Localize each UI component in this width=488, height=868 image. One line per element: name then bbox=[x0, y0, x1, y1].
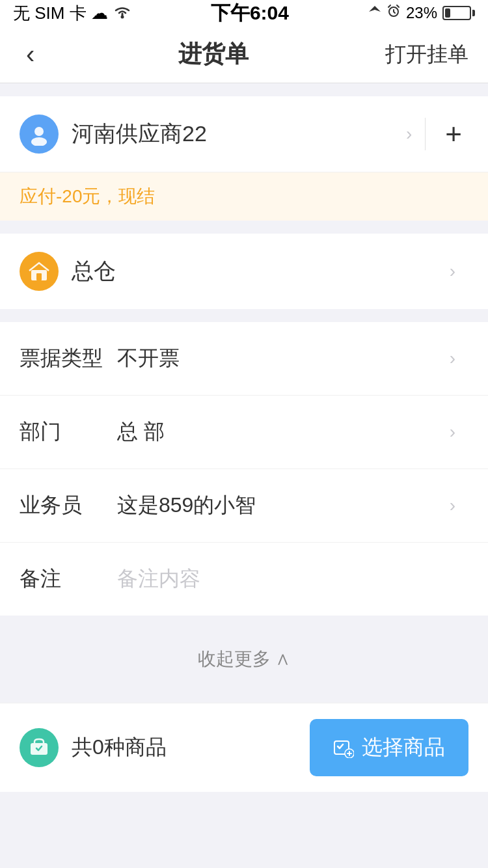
status-time: 下午6:04 bbox=[211, 0, 289, 27]
battery-icon bbox=[442, 6, 475, 20]
signal-text: 无 SIM 卡 ☁ bbox=[13, 2, 108, 25]
svg-point-3 bbox=[31, 137, 47, 146]
department-value: 总 部 bbox=[111, 418, 450, 446]
supplier-row[interactable]: 河南供应商22 › + bbox=[0, 96, 488, 172]
back-button[interactable]: ‹ bbox=[20, 33, 41, 75]
invoice-value: 不开票 bbox=[111, 344, 450, 373]
department-label: 部门 bbox=[20, 418, 111, 446]
notice-text: 应付-20元，现结 bbox=[20, 186, 155, 206]
product-count-text: 共0种商品 bbox=[72, 733, 310, 762]
invoice-chevron-icon: › bbox=[450, 348, 455, 369]
note-input[interactable]: 备注内容 bbox=[111, 565, 468, 593]
battery-percentage: 23% bbox=[406, 4, 437, 22]
remaining-area bbox=[0, 792, 488, 868]
nav-bar: ‹ 进货单 打开挂单 bbox=[0, 26, 488, 83]
supplier-chevron-icon: › bbox=[406, 124, 412, 144]
supplier-avatar bbox=[20, 115, 59, 154]
svg-point-0 bbox=[120, 15, 124, 18]
section-gap-3 bbox=[0, 690, 488, 703]
collapse-label: 收起更多 ∧ bbox=[198, 647, 291, 671]
warehouse-row[interactable]: 总仓 › bbox=[0, 234, 488, 309]
warehouse-chevron-icon: › bbox=[450, 261, 455, 282]
warehouse-icon bbox=[20, 252, 59, 291]
department-row[interactable]: 部门 总 部 › bbox=[0, 396, 488, 469]
supplier-section: 河南供应商22 › + 应付-20元，现结 bbox=[0, 96, 488, 221]
select-product-button[interactable]: 选择商品 bbox=[310, 719, 468, 776]
notice-banner: 应付-20元，现结 bbox=[0, 172, 488, 221]
section-gap-2 bbox=[0, 221, 488, 234]
page-title: 进货单 bbox=[178, 38, 249, 70]
wifi-icon bbox=[113, 3, 131, 23]
salesman-value: 这是859的小智 bbox=[111, 491, 450, 520]
product-count-icon bbox=[20, 728, 59, 767]
supplier-divider bbox=[425, 118, 426, 150]
department-chevron-icon: › bbox=[450, 422, 455, 442]
salesman-chevron-icon: › bbox=[450, 495, 455, 516]
add-button[interactable]: + bbox=[439, 118, 468, 150]
invoice-label: 票据类型 bbox=[20, 344, 111, 373]
collapse-row[interactable]: 收起更多 ∧ bbox=[0, 629, 488, 690]
bottom-bar: 共0种商品 选择商品 bbox=[0, 703, 488, 792]
supplier-name: 河南供应商22 bbox=[72, 119, 406, 149]
svg-point-2 bbox=[34, 127, 44, 136]
status-right: 23% bbox=[368, 4, 475, 22]
select-product-label: 选择商品 bbox=[362, 733, 445, 762]
warehouse-name: 总仓 bbox=[72, 256, 450, 286]
form-section: 票据类型 不开票 › 部门 总 部 › 业务员 这是859的小智 › 备注 备注… bbox=[0, 322, 488, 616]
open-pending-button[interactable]: 打开挂单 bbox=[385, 40, 468, 69]
salesman-row[interactable]: 业务员 这是859的小智 › bbox=[0, 469, 488, 543]
note-label: 备注 bbox=[20, 565, 111, 593]
note-row[interactable]: 备注 备注内容 bbox=[0, 543, 488, 616]
salesman-label: 业务员 bbox=[20, 491, 111, 520]
svg-rect-5 bbox=[36, 273, 42, 280]
status-bar: 无 SIM 卡 ☁ 下午6:04 23% bbox=[0, 0, 488, 26]
status-left: 无 SIM 卡 ☁ bbox=[13, 2, 131, 25]
alarm-icon bbox=[386, 4, 401, 22]
location-icon bbox=[368, 4, 381, 22]
section-gap-1 bbox=[0, 83, 488, 96]
invoice-row[interactable]: 票据类型 不开票 › bbox=[0, 322, 488, 396]
